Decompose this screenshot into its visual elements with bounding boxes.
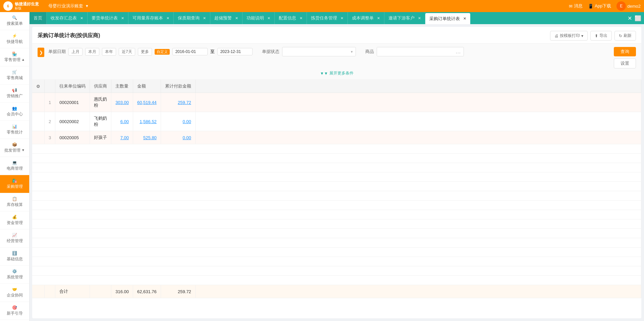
sidebar-item-system[interactable]: ⚙️ 系统管理 xyxy=(0,266,29,284)
print-icon: 🖨 xyxy=(554,34,558,38)
row-qty[interactable]: 303.00 xyxy=(111,93,133,112)
tab-invite-downstream[interactable]: 邀请下游客户 ✕ xyxy=(384,12,425,24)
empty-row xyxy=(32,163,641,172)
tab-close-icon[interactable]: ✕ xyxy=(377,16,380,20)
expand-more-btn[interactable]: ▼▼ 展开更多条件 xyxy=(320,70,354,76)
row-amount[interactable]: 1,586.52 xyxy=(133,112,161,131)
status-select[interactable]: ▾ xyxy=(282,47,356,56)
guide-icon: 🎯 xyxy=(2,305,27,310)
sidebar-item-wholesale[interactable]: 📦 批发管理 ▼ xyxy=(0,139,29,157)
member-icon: 👥 xyxy=(2,106,27,111)
purchase-icon: 🛍️ xyxy=(2,178,27,183)
tab-config[interactable]: 配置信息 ✕ xyxy=(275,12,307,24)
sidebar-item-enterprise[interactable]: 🤝 企业协同 xyxy=(0,284,29,302)
settings-btn[interactable]: 设置 xyxy=(614,58,636,68)
tab-close-icon[interactable]: ✕ xyxy=(121,16,124,20)
shortcut-7days[interactable]: 近7天 xyxy=(119,48,135,56)
row-settings xyxy=(32,112,45,131)
row-paid[interactable]: 0.00 xyxy=(161,131,195,144)
sidebar-item-marketing[interactable]: 📢 营销推广 xyxy=(0,85,29,103)
empty-row xyxy=(32,229,641,238)
sidebar-item-member[interactable]: 👥 会员中心 xyxy=(0,103,29,121)
message-btn[interactable]: ✉ 消息 xyxy=(569,3,583,9)
goods-more-icon[interactable]: … xyxy=(455,49,461,55)
tab-requisition-stats[interactable]: 要货单统计表 ✕ xyxy=(88,12,128,24)
empty-row xyxy=(32,219,641,229)
date-from-input[interactable] xyxy=(172,48,208,55)
status-label: 单据状态 xyxy=(262,49,279,55)
tab-overstock-warning[interactable]: 超储预警 ✕ xyxy=(210,12,243,24)
shortcut-last-month[interactable]: 上月 xyxy=(68,48,83,56)
empty-row xyxy=(32,238,641,248)
sidebar-item-purchase[interactable]: 🛍️ 采购管理 xyxy=(0,175,29,193)
tab-close-icon[interactable]: ✕ xyxy=(235,16,238,20)
row-num: 2 xyxy=(45,112,55,131)
status-dropdown-icon: ▾ xyxy=(351,50,353,54)
page-content: 采购订单统计表(按供应商) 🖨 按模板打印 ▾ ⬆ 导出 ↻ xyxy=(32,27,641,318)
tab-purchase-stats[interactable]: 采购订单统计表 ✕ xyxy=(425,13,470,24)
sidebar-item-finance[interactable]: 💰 资金管理 xyxy=(0,211,29,229)
tab-close-icon[interactable]: ✕ xyxy=(340,16,343,20)
tab-close-icon[interactable]: ✕ xyxy=(418,16,421,20)
sidebar-item-ecommerce[interactable]: 💻 电商管理 xyxy=(0,157,29,175)
empty-row xyxy=(32,257,641,266)
sidebar-item-retail-mall[interactable]: 🛒 零售商城 xyxy=(0,66,29,85)
tab-home[interactable]: 首页 xyxy=(30,12,47,24)
sidebar-item-inventory[interactable]: 📋 库存核算 xyxy=(0,193,29,211)
tab-close-icon[interactable]: ✕ xyxy=(203,16,206,20)
sidebar-item-guide[interactable]: 🎯 新手引导 xyxy=(0,302,29,320)
row-amount[interactable]: 60,519.44 xyxy=(133,93,161,112)
workspace-selector[interactable]: 母婴行业演示账套 ▾ xyxy=(48,3,88,9)
row-supplier: 好孩子 xyxy=(90,131,111,144)
tab-function-desc[interactable]: 功能说明 ✕ xyxy=(243,12,275,24)
row-qty[interactable]: 7.00 xyxy=(111,131,133,144)
user-menu[interactable]: E demo2 xyxy=(616,1,641,11)
chevron-down-icon: ▼ xyxy=(21,148,25,152)
shortcut-this-month[interactable]: 本月 xyxy=(85,48,99,56)
tab-close-icon[interactable]: ✕ xyxy=(300,16,303,20)
app-download-btn[interactable]: 📱 App下载 xyxy=(588,3,611,9)
print-btn[interactable]: 🖨 按模板打印 ▾ xyxy=(550,31,588,41)
tab-pick-task[interactable]: 拣货任务管理 ✕ xyxy=(307,12,348,24)
date-to-input[interactable] xyxy=(217,48,253,55)
shortcut-more[interactable]: 更多 xyxy=(138,48,152,56)
refresh-icon: ↻ xyxy=(619,34,622,38)
row-unit-code: 00020001 xyxy=(55,93,90,112)
row-amount[interactable]: 525.80 xyxy=(133,131,161,144)
shortcut-this-year[interactable]: 本年 xyxy=(102,48,116,56)
query-btn[interactable]: 查询 xyxy=(614,47,636,56)
expand-row: ▼▼ 展开更多条件 xyxy=(38,70,636,76)
tab-expiry-query[interactable]: 保质期查询 ✕ xyxy=(174,12,210,24)
sidebar-item-operations[interactable]: 📈 经营管理 xyxy=(0,229,29,248)
col-supplier: 供应商 xyxy=(90,80,111,93)
sidebar-item-quick-nav[interactable]: ⚡ 快捷导航 xyxy=(0,30,29,48)
empty-row xyxy=(32,154,641,163)
sidebar-item-basics[interactable]: ℹ️ 基础信息 xyxy=(0,248,29,266)
refresh-btn[interactable]: ↻ 刷新 xyxy=(614,31,636,41)
tab-close-icon[interactable]: ✕ xyxy=(463,16,466,21)
data-table: ⚙ 往来单位编码 供应商 主数量 金额 累计付款金额 xyxy=(32,80,641,298)
basics-icon: ℹ️ xyxy=(2,251,27,256)
tab-close-icon[interactable]: ✕ xyxy=(166,16,169,20)
table-area: ⚙ 往来单位编码 供应商 主数量 金额 累计付款金额 xyxy=(32,80,641,318)
tab-bar-right: ✕ ⬜ xyxy=(625,12,644,24)
goods-input[interactable]: … xyxy=(377,47,464,56)
sidebar-item-retail-mgmt[interactable]: 🏪 零售管理 ▲ xyxy=(0,48,29,66)
phone-icon: 📱 xyxy=(588,4,593,9)
tab-restore-btn[interactable]: ⬜ xyxy=(635,15,641,21)
tab-close-icon[interactable]: ✕ xyxy=(267,16,270,20)
tab-cost-adjust[interactable]: 成本调整单 ✕ xyxy=(348,12,384,24)
export-btn[interactable]: ⬆ 导出 xyxy=(590,31,612,41)
sidebar-item-retail-stats[interactable]: 📊 零售统计 xyxy=(0,121,29,139)
col-settings[interactable]: ⚙ xyxy=(32,80,45,93)
row-qty[interactable]: 6.00 xyxy=(111,112,133,131)
scroll-left-btn[interactable]: ❯ xyxy=(38,48,44,57)
sidebar-item-search[interactable]: 🔍 搜索菜单 xyxy=(0,12,29,30)
tab-close-icon[interactable]: ✕ xyxy=(80,16,83,20)
tab-available-inventory[interactable]: 可用量库存账本 ✕ xyxy=(128,12,174,24)
tab-close-all-btn[interactable]: ✕ xyxy=(628,15,632,21)
row-paid[interactable]: 259.72 xyxy=(161,93,195,112)
row-paid[interactable]: 0.00 xyxy=(161,112,195,131)
tab-receive-summary[interactable]: 收发存汇总表 ✕ xyxy=(47,12,88,24)
col-qty: 主数量 xyxy=(111,80,133,93)
